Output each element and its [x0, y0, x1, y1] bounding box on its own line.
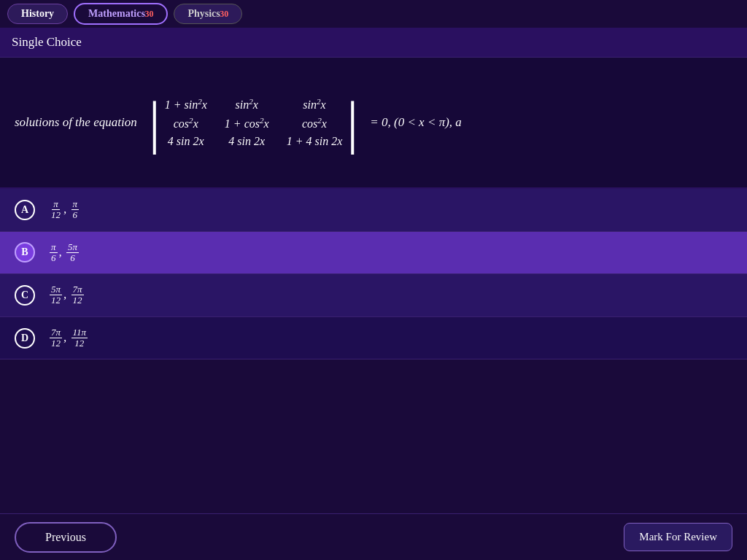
matrix-cell-r3c1: 4 sin 2x	[165, 135, 207, 148]
question-suffix: = 0, (0 < x < π), a	[370, 115, 462, 130]
tab-history-label: History	[21, 8, 54, 19]
option-d-circle: D	[15, 328, 35, 349]
option-d[interactable]: D 7π12, 11π12	[0, 317, 747, 360]
option-d-text: 7π12, 11π12	[48, 327, 89, 349]
matrix-cell-r3c2: 4 sin 2x	[225, 135, 269, 148]
option-c-circle: C	[15, 285, 35, 306]
question-area: solutions of the equation | 1 + sin2x si…	[0, 58, 747, 189]
option-b[interactable]: B π6, 5π6	[0, 232, 747, 275]
option-a[interactable]: A π12, π6	[0, 189, 747, 232]
top-nav: History Mathematics 30 Physics 30	[0, 0, 747, 28]
options-container: A π12, π6 B π6, 5π6 C 5π12, 7π12 D 7π12,…	[0, 189, 747, 359]
option-a-circle: A	[15, 200, 35, 220]
matrix-cell-r2c3: cos2x	[287, 116, 343, 131]
matrix-cell-r3c3: 1 + 4 sin 2x	[287, 135, 343, 148]
bottom-bar: Previous Mark For Review	[0, 513, 747, 560]
option-a-text: π12, π6	[48, 199, 80, 221]
section-label-text: Single Choice	[12, 35, 82, 49]
previous-button[interactable]: Previous	[15, 522, 117, 553]
tab-physics[interactable]: Physics 30	[174, 4, 242, 24]
option-c[interactable]: C 5π12, 7π12	[0, 274, 747, 317]
tab-history[interactable]: History	[7, 4, 68, 24]
matrix-cell-r2c1: cos2x	[165, 116, 207, 131]
tab-mathematics[interactable]: Mathematics 30	[74, 3, 168, 25]
matrix-container: | 1 + sin2x sin2x sin2x cos2x 1 + cos2x …	[149, 93, 359, 152]
mathematics-badge: 30	[144, 9, 153, 19]
matrix-table: 1 + sin2x sin2x sin2x cos2x 1 + cos2x co…	[165, 97, 343, 149]
question-prefix: solutions of the equation	[15, 115, 137, 130]
matrix-cell-r1c3: sin2x	[287, 97, 343, 112]
matrix-cell-r1c1: 1 + sin2x	[165, 97, 207, 112]
left-bracket: |	[149, 93, 160, 152]
tab-physics-label: Physics	[187, 8, 220, 19]
right-bracket: |	[347, 93, 358, 152]
mark-review-button[interactable]: Mark For Review	[624, 523, 732, 551]
tab-mathematics-label: Mathematics	[88, 8, 145, 19]
option-c-text: 5π12, 7π12	[48, 284, 85, 306]
matrix-cell-r2c2: 1 + cos2x	[225, 116, 269, 131]
option-b-text: π6, 5π6	[48, 242, 80, 264]
matrix-cell-r1c2: sin2x	[225, 97, 269, 112]
physics-badge: 30	[220, 9, 228, 19]
option-b-circle: B	[15, 242, 35, 262]
section-label: Single Choice	[0, 28, 747, 58]
